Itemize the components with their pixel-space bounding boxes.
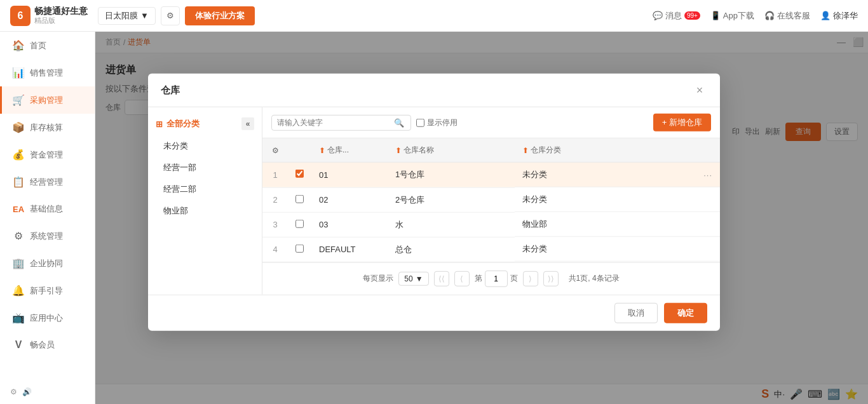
row-checkbox[interactable] xyxy=(295,244,304,252)
sidebar-item-home[interactable]: 🏠 首页 xyxy=(0,32,95,59)
sidebar-item-appstore[interactable]: 📺 应用中心 xyxy=(0,304,95,332)
prev-page-button[interactable]: ⟨ xyxy=(454,271,470,286)
headset-icon: 🎧 xyxy=(764,11,775,20)
th-settings[interactable]: ⚙ xyxy=(262,138,288,163)
table-row[interactable]: 2 02 2号仓库 未分类 ··· xyxy=(262,187,720,212)
sidebar-sound-icon[interactable]: 🔊 xyxy=(22,387,32,396)
first-page-button[interactable]: ⟨⟨ xyxy=(434,271,449,286)
sidebar-item-finance[interactable]: 💰 资金管理 xyxy=(0,141,95,168)
warehouse-table-body: 1 01 1号仓库 未分类 ··· 2 02 2号仓库 未分类 ··· 3 03… xyxy=(262,162,720,262)
row-num: 4 xyxy=(262,237,288,262)
inventory-icon: 📦 xyxy=(12,121,25,133)
gear-icon: ⚙ xyxy=(166,11,174,20)
store-selector[interactable]: 日太阳膜 ▼ xyxy=(98,7,156,25)
th-category[interactable]: ⬆ 仓库分类 xyxy=(515,138,720,163)
sidebar-item-operations[interactable]: 📋 经营管理 xyxy=(0,168,95,196)
warehouse-data-table: ⚙ ⬆ 仓库... xyxy=(262,138,720,262)
collapse-button[interactable]: « xyxy=(241,118,254,130)
th-code[interactable]: ⬆ 仓库... xyxy=(311,138,388,163)
row-more-button[interactable]: ··· xyxy=(703,170,712,179)
notifications-button[interactable]: 💬 消息 99+ xyxy=(653,10,700,22)
warehouse-table: ⚙ ⬆ 仓库... xyxy=(262,138,720,262)
category-header[interactable]: ⊞ 全部分类 « xyxy=(148,112,262,135)
row-checkbox[interactable] xyxy=(295,170,304,178)
sort-icon-name: ⬆ xyxy=(395,145,402,154)
dialog-title: 仓库 xyxy=(161,84,180,96)
row-code: 03 xyxy=(311,212,388,237)
user-avatar: 👤 xyxy=(820,11,831,20)
row-name: 水 xyxy=(388,212,515,237)
dialog-header: 仓库 × xyxy=(148,74,720,107)
per-page-label: 每页显示 xyxy=(363,273,393,284)
row-checkbox[interactable] xyxy=(295,219,304,227)
dialog-footer: 取消 确定 xyxy=(148,294,720,330)
notifications-badge: 99+ xyxy=(684,11,700,20)
next-page-button[interactable]: ⟩ xyxy=(523,271,538,286)
content-area: 首页 / 进货单 — ⬜ 进货单 按以下条件查询 仓库 印 导出 xyxy=(95,32,868,404)
sidebar-label-vip: 畅会员 xyxy=(30,339,55,351)
enterprise-icon: 🏢 xyxy=(12,257,25,269)
settings-button[interactable]: ⚙ xyxy=(161,6,180,25)
category-item-property[interactable]: 物业部 xyxy=(148,200,262,222)
show-disabled-checkbox[interactable] xyxy=(416,118,424,126)
warehouse-right-panel: 🔍 显示停用 + 新增仓库 ⚙ xyxy=(262,107,720,295)
table-row[interactable]: 3 03 水 物业部 ··· xyxy=(262,212,720,237)
app-download-button[interactable]: 📱 App下载 xyxy=(710,10,754,22)
row-name: 总仓 xyxy=(388,237,515,262)
vip-icon: V xyxy=(12,339,25,351)
add-warehouse-button[interactable]: + 新增仓库 xyxy=(653,114,711,131)
row-checkbox-cell xyxy=(288,212,311,237)
sort-icon-code: ⬆ xyxy=(319,145,325,154)
search-icon[interactable]: 🔍 xyxy=(394,118,404,127)
search-bar: 🔍 显示停用 + 新增仓库 xyxy=(262,107,720,138)
per-page-value: 50 xyxy=(404,274,412,283)
sidebar-item-vip[interactable]: V 畅会员 xyxy=(0,332,95,358)
row-checkbox[interactable] xyxy=(295,194,304,203)
category-item-ops2[interactable]: 经营二部 xyxy=(148,178,262,200)
table-row[interactable]: 4 DEFAULT 总仓 未分类 ··· xyxy=(262,237,720,262)
category-item-unclassified[interactable]: 未分类 xyxy=(148,135,262,157)
row-num: 3 xyxy=(262,212,288,237)
sidebar-item-purchase[interactable]: 🛒 采购管理 xyxy=(0,86,95,114)
header-right: 💬 消息 99+ 📱 App下载 🎧 在线客服 👤 徐泽华 xyxy=(653,10,858,22)
sidebar-settings-icon[interactable]: ⚙ xyxy=(10,387,17,396)
sidebar-item-guide[interactable]: 🔔 新手引导 xyxy=(0,277,95,304)
user-menu-button[interactable]: 👤 徐泽华 xyxy=(820,10,858,22)
total-info: 共1页, 4条记录 xyxy=(569,273,620,284)
customer-service-button[interactable]: 🎧 在线客服 xyxy=(764,10,810,22)
per-page-chevron: ▼ xyxy=(416,274,423,283)
table-row[interactable]: 1 01 1号仓库 未分类 ··· xyxy=(262,162,720,187)
sidebar-item-sales[interactable]: 📊 销售管理 xyxy=(0,59,95,86)
sidebar-item-inventory[interactable]: 📦 库存核算 xyxy=(0,114,95,141)
dialog-body: ⊞ 全部分类 « 未分类 经营一部 经营二部 物业部 🔍 xyxy=(148,107,720,295)
grid-icon: ⊞ xyxy=(156,119,163,128)
sidebar: 🏠 首页 📊 销售管理 🛒 采购管理 📦 库存核算 💰 资金管理 📋 经营管理 … xyxy=(0,32,95,404)
page-label: 第 xyxy=(475,273,482,284)
sidebar-label-system: 系统管理 xyxy=(30,231,63,242)
operations-icon: 📋 xyxy=(12,176,25,188)
row-num: 2 xyxy=(262,187,288,212)
search-input[interactable] xyxy=(277,118,391,127)
per-page-select[interactable]: 50 ▼ xyxy=(398,271,428,285)
cancel-button[interactable]: 取消 xyxy=(614,302,658,323)
row-category: 未分类 ··· xyxy=(515,237,720,262)
logo-area: 6 畅捷通好生意 精品版 xyxy=(10,6,88,26)
sidebar-item-enterprise[interactable]: 🏢 企业协同 xyxy=(0,250,95,277)
sidebar-item-system[interactable]: ⚙ 系统管理 xyxy=(0,222,95,250)
last-page-button[interactable]: ⟩⟩ xyxy=(543,271,559,286)
category-item-ops1[interactable]: 经营一部 xyxy=(148,157,262,178)
row-name: 2号仓库 xyxy=(388,187,515,212)
main-layout: 🏠 首页 📊 销售管理 🛒 采购管理 📦 库存核算 💰 资金管理 📋 经营管理 … xyxy=(0,32,868,404)
appstore-icon: 📺 xyxy=(12,312,25,324)
sidebar-label-finance: 资金管理 xyxy=(30,149,63,161)
th-name[interactable]: ⬆ 仓库名称 xyxy=(388,138,515,163)
confirm-button[interactable]: 确定 xyxy=(664,302,707,323)
row-code: 02 xyxy=(311,187,388,212)
app-logo-icon: 6 xyxy=(10,6,31,26)
page-number-input[interactable] xyxy=(485,270,508,286)
sidebar-item-basic[interactable]: EA 基础信息 xyxy=(0,196,95,222)
notifications-label: 消息 xyxy=(665,10,682,22)
trial-button[interactable]: 体验行业方案 xyxy=(185,6,255,25)
dialog-close-button[interactable]: × xyxy=(692,83,707,98)
row-checkbox-cell xyxy=(288,237,311,262)
